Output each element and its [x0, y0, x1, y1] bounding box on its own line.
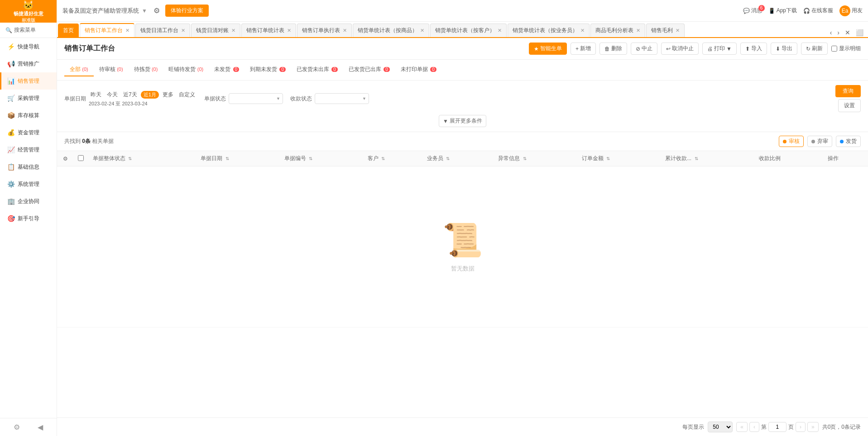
next-page-btn[interactable]: ›	[796, 422, 806, 432]
sort-amount-icon[interactable]: ⇅	[606, 156, 610, 161]
sidebar-item-quick-nav[interactable]: ⚡ 快捷导航	[0, 38, 57, 55]
industry-btn[interactable]: 体验行业方案	[165, 5, 209, 17]
expand-more-btn[interactable]: ▼ 展开更多条件	[439, 115, 486, 127]
sort-status-icon[interactable]: ⇅	[128, 156, 132, 161]
tab-order-stats[interactable]: 销售订单统计表 ✕	[241, 24, 296, 37]
tab-close-all-btn[interactable]: ✕	[843, 28, 852, 37]
expand-icon[interactable]: ▼	[142, 8, 147, 14]
page-number-input[interactable]	[768, 422, 786, 432]
tab-prev-btn[interactable]: ‹	[828, 28, 834, 37]
smart-create-btn[interactable]: ★ 智能生单	[529, 43, 567, 55]
first-page-btn[interactable]: «	[736, 422, 748, 432]
sort-number-icon[interactable]: ⇅	[309, 156, 312, 161]
tab-next-btn[interactable]: ›	[835, 28, 841, 37]
show-detail-label[interactable]: 显示明细	[831, 45, 861, 52]
th-checkbox[interactable]	[73, 151, 88, 166]
select-all-checkbox[interactable]	[78, 155, 84, 161]
query-btn[interactable]: 查询	[835, 85, 861, 97]
tab-stats-customer-close[interactable]: ✕	[498, 28, 502, 33]
print-btn[interactable]: 🖨 打印 ▼	[702, 43, 737, 55]
import-btn[interactable]: ⬆ 导入	[740, 43, 767, 55]
app-download-item[interactable]: 📱 App下载	[768, 7, 797, 14]
date-opt-custom[interactable]: 自定义	[177, 90, 197, 100]
export-btn[interactable]: ⬇ 导出	[771, 43, 797, 55]
subtab-not-printed[interactable]: 未打印单据 0	[395, 63, 442, 76]
refresh-btn[interactable]: ↻ 刷新	[801, 43, 828, 55]
tab-maximize-btn[interactable]: ⬜	[854, 28, 865, 37]
tab-stats-customer[interactable]: 销货单统计表（按客户） ✕	[430, 24, 507, 37]
tab-home[interactable]: 首页	[58, 24, 79, 37]
subtab-all[interactable]: 全部 (0)	[64, 63, 94, 76]
date-opt-1month[interactable]: 近1月	[141, 91, 159, 99]
sidebar-item-finance[interactable]: 💰 资金管理	[0, 124, 57, 141]
set-btn[interactable]: 设置	[838, 99, 861, 112]
subtab-expired-not-shipped[interactable]: 到期未发货 0	[245, 63, 291, 76]
tab-sales-workbench-close[interactable]: ✕	[125, 28, 129, 33]
tab-sales-workbench[interactable]: 销售订单工作台 ✕	[80, 23, 134, 38]
review-action-btn[interactable]: 审核	[779, 136, 804, 147]
sidebar-item-basics[interactable]: 📋 基础信息	[0, 158, 57, 175]
stop-btn[interactable]: ⊘ 中止	[631, 43, 657, 55]
settings-gear-icon[interactable]: ⚙	[153, 6, 160, 15]
tab-sales-earn-close[interactable]: ✕	[676, 28, 680, 33]
subtab-pending-pick[interactable]: 待拣货 (0)	[129, 63, 163, 76]
sidebar-item-inventory[interactable]: 📦 库存核算	[0, 107, 57, 124]
sidebar-item-purchase[interactable]: 🛒 采购管理	[0, 90, 57, 107]
date-opt-today[interactable]: 今天	[105, 90, 120, 100]
tab-gross-profit[interactable]: 商品毛利分析表 ✕	[590, 24, 645, 37]
payment-select[interactable]	[315, 93, 369, 104]
th-settings[interactable]: ⚙	[57, 151, 73, 166]
tab-cash-reconcile[interactable]: 钱货日清对账 ✕	[191, 24, 240, 37]
tab-order-exec-close[interactable]: ✕	[343, 28, 347, 33]
subtab-wangpu-label: 旺铺待发货	[168, 66, 196, 72]
unverify-action-btn[interactable]: 弃审	[807, 136, 832, 147]
sidebar-item-system[interactable]: ⚙️ 系统管理	[0, 175, 57, 193]
show-detail-checkbox[interactable]	[831, 46, 837, 52]
tab-sales-earn[interactable]: 销售毛利 ✕	[646, 24, 685, 37]
tab-cash-reconcile-close[interactable]: ✕	[231, 28, 235, 33]
tab-cash-daily[interactable]: 钱货日清工作台 ✕	[135, 24, 190, 37]
tab-stats-product[interactable]: 销货单统计表（按商品） ✕	[353, 24, 429, 37]
subtab-shipped-out[interactable]: 已发货已出库 0	[343, 63, 395, 76]
sort-received-icon[interactable]: ⇅	[695, 156, 698, 161]
tab-cash-daily-close[interactable]: ✕	[181, 28, 185, 33]
tab-stats-product-close[interactable]: ✕	[420, 28, 424, 33]
message-item[interactable]: 💬 消息 6	[743, 7, 762, 14]
tab-stats-staff[interactable]: 销货单统计表（按业务员） ✕	[508, 24, 590, 37]
cancel-stop-btn[interactable]: ↩ 取消中止	[661, 43, 699, 55]
tab-order-exec[interactable]: 销售订单执行表 ✕	[297, 24, 352, 37]
subtab-shipped-not-out[interactable]: 已发货未出库 0	[291, 63, 343, 76]
collapse-icon[interactable]: ◀	[38, 423, 43, 431]
sidebar-item-marketing[interactable]: 📢 营销推广	[0, 55, 57, 72]
sidebar-item-enterprise[interactable]: 🏢 企业协同	[0, 193, 57, 210]
sidebar-item-sales[interactable]: 📊 销售管理	[0, 72, 57, 90]
th-received: 累计收款... ⇅	[661, 151, 754, 166]
sidebar-item-guide[interactable]: 🎯 新手引导	[0, 210, 57, 227]
sort-staff-icon[interactable]: ⇅	[446, 156, 450, 161]
tab-stats-staff-close[interactable]: ✕	[580, 28, 585, 33]
sort-exception-icon[interactable]: ⇅	[523, 156, 527, 161]
add-btn[interactable]: + 新增	[571, 43, 596, 55]
subtab-wangpu[interactable]: 旺铺待发货 (0)	[163, 63, 209, 76]
last-page-btn[interactable]: »	[807, 422, 819, 432]
sort-customer-icon[interactable]: ⇅	[381, 156, 385, 161]
tab-gross-profit-close[interactable]: ✕	[636, 28, 640, 33]
settings-icon[interactable]: ⚙	[14, 423, 20, 431]
th-ratio: 收款比例	[754, 151, 823, 166]
subtab-pending-review[interactable]: 待审核 (0)	[94, 63, 129, 76]
date-opt-more[interactable]: 更多	[161, 90, 175, 100]
status-select[interactable]	[229, 93, 283, 104]
subtab-not-shipped[interactable]: 未发货 0	[209, 63, 245, 76]
sidebar-item-operations[interactable]: 📈 经营管理	[0, 141, 57, 158]
user-item[interactable]: Ea 用友	[839, 5, 863, 16]
sort-date-icon[interactable]: ⇅	[225, 156, 229, 161]
prev-page-btn[interactable]: ‹	[749, 422, 759, 432]
page-size-select[interactable]: 10 20 50 100	[708, 422, 733, 432]
online-service-item[interactable]: 🎧 在线客服	[803, 7, 833, 14]
tab-order-stats-close[interactable]: ✕	[287, 28, 291, 33]
delete-btn[interactable]: 🗑 删除	[599, 43, 627, 55]
date-opt-yesterday[interactable]: 昨天	[89, 90, 103, 100]
date-opt-7days[interactable]: 近7天	[121, 90, 139, 100]
sidebar-search[interactable]: 🔍 搜索菜单	[0, 23, 57, 38]
ship-action-btn[interactable]: 发货	[836, 136, 861, 147]
